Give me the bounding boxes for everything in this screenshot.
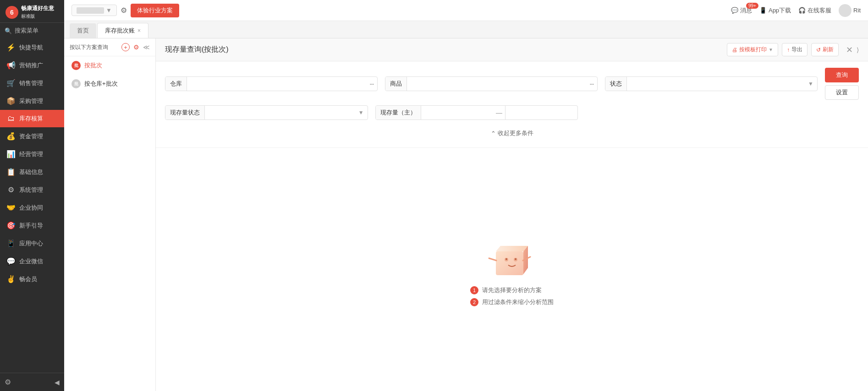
- collapse-chevron-icon: ⌃: [491, 130, 496, 137]
- sidebar-item-quick-nav[interactable]: ⚡ 快捷导航: [0, 38, 64, 56]
- service-icon: 🎧: [798, 7, 806, 14]
- sidebar-item-label: 库存核算: [19, 114, 43, 123]
- print-button[interactable]: 🖨 按模板打印 ▼: [727, 43, 778, 56]
- trial-button[interactable]: 体验行业方案: [131, 4, 179, 17]
- sidebar-item-label: 基础信息: [19, 168, 43, 176]
- scheme-batch-icon: 批: [71, 61, 81, 70]
- status-chevron-icon: ▼: [808, 81, 813, 87]
- svg-point-6: [515, 258, 516, 260]
- stock-qty-input-start[interactable]: [421, 106, 493, 119]
- topbar-gear-icon[interactable]: ⚙: [121, 6, 127, 15]
- logo-icon: 6: [5, 6, 18, 19]
- user-name: Rit: [853, 7, 861, 14]
- close-page-icon[interactable]: ✕: [846, 45, 853, 55]
- user-menu[interactable]: Rit: [839, 4, 861, 17]
- enterprise-icon: 🤝: [6, 203, 16, 212]
- refresh-button[interactable]: ↺ 刷新: [811, 43, 839, 56]
- sidebar-header: 6 畅康通好生意 标准版: [0, 0, 64, 23]
- goods-more-icon[interactable]: ···: [589, 79, 593, 89]
- collapse-panel-icon[interactable]: ≪: [143, 43, 150, 51]
- sidebar-settings-icon[interactable]: ⚙: [5, 378, 11, 386]
- scheme-by-warehouse-batch[interactable]: 批 按仓库+批次: [64, 75, 155, 93]
- query-button[interactable]: 查询: [825, 68, 859, 82]
- warehouse-label: 仓库: [165, 77, 187, 91]
- tab-inventory-batch[interactable]: 库存批次账 ×: [97, 23, 148, 38]
- action-buttons: 查询 设置: [825, 68, 859, 100]
- tab-home[interactable]: 首页: [70, 23, 96, 38]
- sidebar-item-app-center[interactable]: 📱 应用中心: [0, 234, 64, 252]
- sidebar-item-label: 经营管理: [19, 150, 43, 158]
- settings-scheme-icon[interactable]: ⚙: [133, 43, 139, 51]
- online-service-button[interactable]: 🎧 在线客服: [798, 6, 831, 15]
- main-content: ▼ ⚙ 体验行业方案 💬 消息 99+ 📱 App下载 🎧 在线客服 Rit: [64, 0, 868, 391]
- tab-close-icon[interactable]: ×: [137, 27, 141, 34]
- wechat-icon: 💬: [6, 257, 16, 266]
- sidebar-item-inventory[interactable]: 🗂 库存核算: [0, 110, 64, 127]
- sidebar-item-label: 新手引导: [19, 222, 43, 230]
- sidebar-item-member[interactable]: ✌ 畅会员: [0, 270, 64, 288]
- page-header: 现存量查询(按批次) 🖨 按模板打印 ▼ ↑ 导出 ↺ 刷新: [156, 38, 868, 61]
- add-scheme-icon[interactable]: +: [121, 43, 130, 51]
- sidebar-item-marketing[interactable]: 📢 营销推广: [0, 56, 64, 74]
- hint-text-2: 用过滤条件来缩小分析范围: [482, 298, 554, 306]
- sidebar-item-label: 采购管理: [19, 97, 43, 105]
- sidebar-item-label: 快捷导航: [19, 43, 43, 52]
- sidebar-item-label: 应用中心: [19, 239, 43, 248]
- sidebar-item-label: 资金管理: [19, 132, 43, 141]
- topbar-right: 💬 消息 99+ 📱 App下载 🎧 在线客服 Rit: [731, 4, 861, 17]
- sidebar-item-enterprise[interactable]: 🤝 企业协同: [0, 199, 64, 217]
- mobile-icon: 📱: [759, 7, 767, 14]
- hint-num-1: 1: [470, 286, 478, 294]
- app-download-button[interactable]: 📱 App下载: [759, 6, 791, 15]
- app-name: 畅康通好生意: [21, 5, 54, 12]
- sidebar-item-sales[interactable]: 🛒 销售管理: [0, 74, 64, 92]
- operations-icon: 📊: [6, 150, 16, 158]
- empty-illustration: [484, 233, 539, 279]
- sidebar-item-finance[interactable]: 💰 资金管理: [0, 127, 64, 145]
- sidebar-item-label: 营销推广: [19, 61, 43, 70]
- goods-input[interactable]: ···: [407, 77, 597, 91]
- export-button[interactable]: ↑ 导出: [782, 43, 808, 56]
- warehouse-filter: 仓库 ···: [165, 76, 378, 91]
- stock-qty-input-end[interactable]: [505, 106, 577, 119]
- sidebar-item-wechat[interactable]: 💬 企业微信: [0, 252, 64, 270]
- status-dropdown[interactable]: ▼: [627, 77, 817, 91]
- stock-qty-filter: 现存量（主） —: [375, 105, 578, 120]
- stock-qty-separator: —: [493, 109, 505, 116]
- inventory-icon: 🗂: [6, 114, 16, 123]
- filter-row-2: 现存量状态 ▼ 现存量（主） —: [165, 105, 859, 120]
- messages-button[interactable]: 💬 消息 99+: [731, 6, 752, 15]
- panel-header-icons: + ⚙ ≪: [121, 43, 150, 51]
- goods-filter: 商品 ···: [385, 76, 598, 91]
- topbar-dropdown[interactable]: ▼: [71, 5, 117, 16]
- expand-icon[interactable]: ⟩: [857, 46, 859, 54]
- tabs-bar: 首页 库存批次账 ×: [64, 21, 868, 38]
- collapse-label: 收起更多条件: [498, 129, 533, 137]
- warehouse-input[interactable]: ···: [187, 77, 377, 91]
- panel-title: 按以下方案查询: [70, 43, 108, 51]
- sidebar-nav: ⚡ 快捷导航 📢 营销推广 🛒 销售管理 📦 采购管理 🗂 库存核算 💰 资金管…: [0, 38, 64, 373]
- setup-button[interactable]: 设置: [825, 85, 859, 100]
- warehouse-more-icon[interactable]: ···: [369, 79, 374, 89]
- sidebar-collapse-icon[interactable]: ◀: [55, 379, 60, 386]
- sidebar-item-newbie[interactable]: 🎯 新手引导: [0, 217, 64, 234]
- sidebar-footer: ⚙ ◀: [0, 373, 64, 391]
- scheme-by-batch[interactable]: 批 按批次: [64, 56, 155, 75]
- sidebar-item-purchase[interactable]: 📦 采购管理: [0, 92, 64, 110]
- export-label: 导出: [791, 46, 802, 54]
- collapse-more-button[interactable]: ⌃ 收起更多条件: [165, 125, 859, 141]
- topbar: ▼ ⚙ 体验行业方案 💬 消息 99+ 📱 App下载 🎧 在线客服 Rit: [64, 0, 868, 21]
- panel-header: 按以下方案查询 + ⚙ ≪: [64, 38, 155, 56]
- sidebar-item-system[interactable]: ⚙ 系统管理: [0, 181, 64, 199]
- sidebar-item-basic[interactable]: 📋 基础信息: [0, 163, 64, 181]
- left-panel: 按以下方案查询 + ⚙ ≪ 批 按批次 批 按仓库+批次: [64, 38, 156, 391]
- sidebar-item-operations[interactable]: 📊 经营管理: [0, 145, 64, 163]
- content-area: 按以下方案查询 + ⚙ ≪ 批 按批次 批 按仓库+批次 现存量查询(按批次): [64, 38, 868, 391]
- sidebar-search[interactable]: 🔍 搜索菜单: [0, 23, 64, 38]
- sidebar: 6 畅康通好生意 标准版 🔍 搜索菜单 ⚡ 快捷导航 📢 营销推广 🛒 销售管理…: [0, 0, 64, 391]
- stock-status-dropdown[interactable]: ▼: [205, 106, 368, 119]
- stock-status-filter: 现存量状态 ▼: [165, 105, 368, 120]
- hint-text-1: 请先选择要分析的方案: [482, 286, 542, 294]
- print-dropdown-icon[interactable]: ▼: [769, 47, 773, 52]
- filter-row-1: 仓库 ··· 商品 ···: [165, 68, 859, 100]
